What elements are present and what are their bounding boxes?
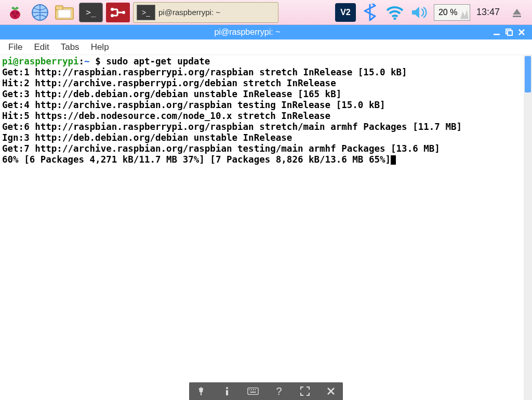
menu-tabs[interactable]: Tabs xyxy=(56,41,85,54)
wifi-tray-icon[interactable] xyxy=(384,3,406,22)
vnc-toolbar[interactable]: ? xyxy=(189,382,343,400)
svg-point-10 xyxy=(122,11,125,14)
vnc-keyboard-icon[interactable] xyxy=(247,385,259,397)
svg-rect-21 xyxy=(253,389,254,390)
vnc-close-icon[interactable] xyxy=(325,385,337,397)
menu-file[interactable]: File xyxy=(3,41,28,54)
window-title: pi@raspberrypi: ~ xyxy=(4,28,490,37)
svg-rect-13 xyxy=(494,34,500,35)
vnc-tray-icon[interactable]: V2 xyxy=(335,3,356,22)
svg-point-16 xyxy=(226,387,228,389)
svg-point-2 xyxy=(16,11,19,15)
svg-rect-12 xyxy=(513,16,521,17)
svg-rect-22 xyxy=(255,389,256,390)
cpu-usage-indicator[interactable]: 20 % xyxy=(434,4,470,21)
svg-rect-18 xyxy=(248,388,258,395)
svg-point-11 xyxy=(393,17,396,20)
window-minimize-button[interactable] xyxy=(490,26,503,38)
terminal-scrollbar[interactable] xyxy=(524,55,532,400)
svg-point-9 xyxy=(111,14,114,17)
bluetooth-tray-icon[interactable] xyxy=(359,3,381,22)
node-red-icon[interactable] xyxy=(106,3,130,22)
terminal-launcher-icon[interactable]: >_ xyxy=(79,3,103,22)
window-titlebar[interactable]: pi@raspberrypi: ~ xyxy=(0,25,532,39)
svg-rect-6 xyxy=(56,6,63,10)
menu-help[interactable]: Help xyxy=(86,41,114,54)
terminal-area: pi@raspberrypi:~ $ sudo apt-get update G… xyxy=(0,55,532,400)
volume-tray-icon[interactable] xyxy=(409,3,431,22)
cpu-usage-text: 20 % xyxy=(438,8,457,17)
terminal-cursor xyxy=(391,155,396,165)
vnc-pin-icon[interactable] xyxy=(195,385,207,397)
menu-edit[interactable]: Edit xyxy=(29,41,54,54)
svg-rect-20 xyxy=(251,389,252,390)
vnc-fullscreen-icon[interactable] xyxy=(299,385,311,397)
scrollbar-track xyxy=(524,94,532,400)
vnc-info-icon[interactable] xyxy=(221,385,233,397)
scrollbar-thumb[interactable] xyxy=(525,56,531,92)
vnc-help-icon[interactable]: ? xyxy=(273,385,285,397)
taskbar-active-task[interactable]: >_ pi@raspberrypi: ~ xyxy=(133,2,278,23)
svg-point-1 xyxy=(11,11,15,15)
clock[interactable]: 13:47 xyxy=(473,7,503,18)
window-maximize-button[interactable] xyxy=(503,26,515,38)
terminal-output[interactable]: pi@raspberrypi:~ $ sudo apt-get update G… xyxy=(0,55,524,400)
file-manager-icon[interactable] xyxy=(54,3,76,22)
svg-point-8 xyxy=(111,8,114,11)
svg-point-3 xyxy=(14,15,17,18)
svg-rect-23 xyxy=(250,392,256,393)
terminal-menubar: File Edit Tabs Help xyxy=(0,39,532,55)
svg-rect-17 xyxy=(226,390,228,395)
window-close-button[interactable] xyxy=(515,26,528,38)
terminal-icon: >_ xyxy=(137,5,155,20)
svg-rect-7 xyxy=(58,10,71,18)
web-browser-icon[interactable] xyxy=(29,3,51,22)
raspberry-menu-icon[interactable] xyxy=(4,3,26,22)
svg-rect-15 xyxy=(508,31,512,35)
desktop-taskbar: >_ >_ pi@raspberrypi: ~ V2 20 % 13:47 xyxy=(0,0,532,25)
svg-rect-19 xyxy=(249,389,250,390)
eject-tray-icon[interactable] xyxy=(506,3,528,22)
taskbar-task-label: pi@raspberrypi: ~ xyxy=(158,8,220,17)
